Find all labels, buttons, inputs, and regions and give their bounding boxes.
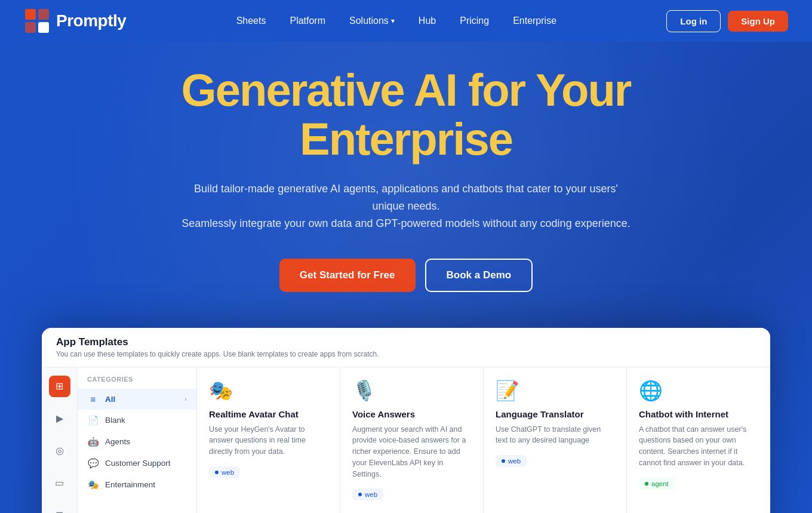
category-all[interactable]: ≡ All ›: [78, 389, 196, 410]
template-badge-3: agent: [639, 478, 675, 490]
nav-pricing[interactable]: Pricing: [450, 11, 499, 31]
get-started-button[interactable]: Get Started for Free: [279, 259, 416, 292]
category-blank[interactable]: 📄 Blank: [78, 410, 196, 431]
category-entertainment[interactable]: 🎭 Entertainment: [78, 474, 196, 496]
template-desc-2: Use ChatGPT to translate given text to a…: [496, 424, 614, 447]
template-voice-answers[interactable]: 🎙️ Voice Answers Augment your search wit…: [340, 367, 484, 513]
template-title-2: Language Translator: [496, 409, 614, 419]
hero-content: Generative AI for Your Enterprise Build …: [167, 66, 645, 328]
book-demo-button[interactable]: Book a Demo: [425, 259, 533, 292]
template-title-1: Voice Answers: [352, 409, 471, 419]
logo-link[interactable]: Promptly: [24, 8, 126, 34]
category-customer-support[interactable]: 💬 Customer Support: [78, 453, 196, 474]
hero-subtitle: Build tailor-made generative AI agents, …: [179, 180, 633, 232]
template-title-0: Realtime Avatar Chat: [209, 409, 328, 419]
sidebar-icons: ⊞ ▶ ◎ ▭ ⊟ ↺: [42, 367, 78, 513]
template-language-translator[interactable]: 📝 Language Translator Use ChatGPT to tra…: [484, 367, 627, 513]
template-chatbot-internet[interactable]: 🌐 Chatbot with Internet A chatbot that c…: [627, 367, 770, 513]
template-icon-2: 📝: [496, 379, 614, 402]
sidebar-icon-play[interactable]: ▶: [49, 408, 70, 429]
app-header-title: App Templates: [56, 336, 756, 348]
sidebar-icon-apps[interactable]: ⊞: [49, 376, 70, 397]
svg-rect-0: [25, 9, 36, 20]
badge-dot-1: [358, 493, 362, 496]
svg-rect-1: [38, 9, 49, 20]
templates-grid: 🎭 Realtime Avatar Chat Use your HeyGen's…: [197, 367, 770, 513]
app-preview: App Templates You can use these template…: [42, 328, 770, 513]
svg-rect-2: [25, 22, 36, 33]
badge-dot-3: [645, 482, 648, 486]
template-title-3: Chatbot with Internet: [639, 409, 758, 419]
support-icon: 💬: [87, 458, 99, 469]
categories-panel: CATEGORIES ≡ All › 📄 Blank 🤖 Agents 💬 Cu…: [78, 367, 197, 513]
chevron-down-icon: ▾: [391, 17, 395, 25]
template-badge-0: web: [209, 466, 240, 478]
chevron-right-icon: ›: [184, 395, 187, 403]
template-desc-0: Use your HeyGen's Avatar to answer quest…: [209, 424, 328, 457]
entertainment-icon: 🎭: [87, 480, 99, 490]
template-icon-0: 🎭: [209, 379, 328, 402]
signup-button[interactable]: Sign Up: [728, 11, 788, 32]
template-realtime-avatar[interactable]: 🎭 Realtime Avatar Chat Use your HeyGen's…: [197, 367, 340, 513]
categories-label: CATEGORIES: [78, 376, 196, 389]
sidebar-icon-calendar[interactable]: ⊟: [49, 505, 70, 513]
template-badge-1: web: [352, 489, 383, 500]
template-badge-2: web: [496, 455, 527, 467]
app-header: App Templates You can use these template…: [42, 328, 770, 367]
template-icon-1: 🎙️: [352, 379, 471, 402]
hero-buttons: Get Started for Free Book a Demo: [179, 259, 633, 292]
hero-title: Generative AI for Your Enterprise: [179, 66, 633, 164]
sidebar-icon-bulb[interactable]: ◎: [49, 440, 70, 462]
app-header-subtitle: You can use these templates to quickly c…: [56, 350, 756, 358]
blank-icon: 📄: [87, 415, 99, 426]
template-desc-1: Augment your search with AI and provide …: [352, 424, 471, 480]
template-desc-3: A chatbot that can answer user's questio…: [639, 424, 758, 469]
logo-icon: [24, 8, 50, 34]
nav-hub[interactable]: Hub: [409, 11, 445, 31]
all-icon: ≡: [87, 394, 99, 404]
nav-actions: Log in Sign Up: [666, 10, 788, 32]
nav-solutions[interactable]: Solutions ▾: [340, 11, 404, 31]
app-body: ⊞ ▶ ◎ ▭ ⊟ ↺ CATEGORIES ≡ All › 📄 Blank: [42, 367, 770, 513]
category-agents[interactable]: 🤖 Agents: [78, 431, 196, 453]
badge-dot-0: [215, 471, 219, 474]
nav-platform[interactable]: Platform: [280, 11, 335, 31]
logo-text: Promptly: [56, 11, 126, 30]
agents-icon: 🤖: [87, 437, 99, 447]
navbar: Promptly Sheets Platform Solutions ▾ Hub…: [0, 0, 812, 42]
template-icon-3: 🌐: [639, 379, 758, 402]
nav-sheets[interactable]: Sheets: [227, 11, 276, 31]
nav-links: Sheets Platform Solutions ▾ Hub Pricing …: [227, 11, 566, 31]
hero-section: Generative AI for Your Enterprise Build …: [0, 0, 812, 513]
sidebar-icon-folder[interactable]: ▭: [49, 472, 70, 494]
login-button[interactable]: Log in: [666, 10, 721, 32]
svg-rect-3: [38, 22, 49, 33]
nav-enterprise[interactable]: Enterprise: [503, 11, 566, 31]
badge-dot-2: [502, 459, 505, 463]
